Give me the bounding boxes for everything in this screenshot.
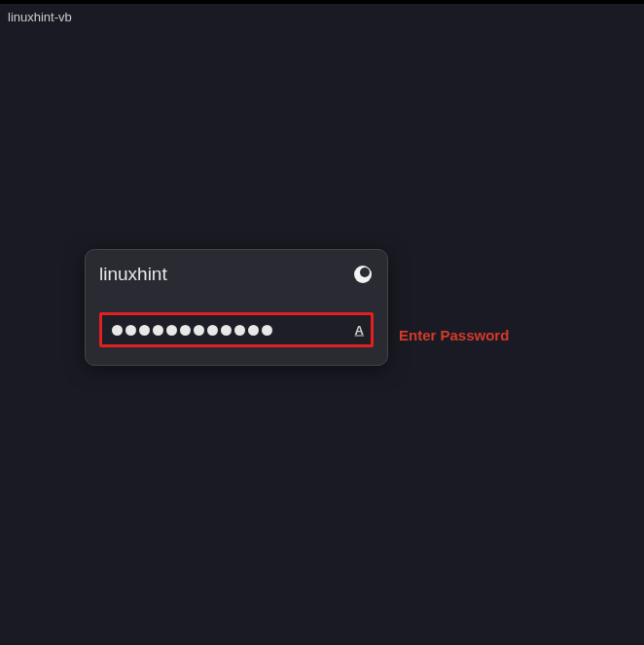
password-dot bbox=[194, 325, 204, 336]
session-selector-icon[interactable] bbox=[352, 264, 374, 285]
login-header: linuxhint bbox=[99, 264, 374, 285]
password-row: A bbox=[99, 312, 374, 347]
password-dot bbox=[180, 325, 191, 336]
password-dot bbox=[166, 325, 177, 336]
password-dot bbox=[234, 325, 245, 336]
annotation-enter-password: Enter Password bbox=[399, 327, 509, 343]
hostname-label: linuxhint-vb bbox=[8, 10, 72, 24]
password-dot bbox=[221, 325, 232, 336]
login-card: linuxhint A bbox=[85, 249, 388, 366]
password-dot bbox=[153, 325, 163, 336]
password-dot bbox=[207, 325, 218, 336]
caps-lock-icon: A bbox=[355, 323, 364, 338]
svg-point-1 bbox=[360, 268, 370, 277]
password-input[interactable] bbox=[99, 312, 374, 347]
password-dot bbox=[262, 325, 272, 336]
password-dot bbox=[125, 325, 136, 336]
username-label: linuxhint bbox=[99, 264, 167, 285]
password-dot bbox=[112, 325, 123, 336]
password-dot bbox=[248, 325, 259, 336]
password-dot bbox=[139, 325, 150, 336]
